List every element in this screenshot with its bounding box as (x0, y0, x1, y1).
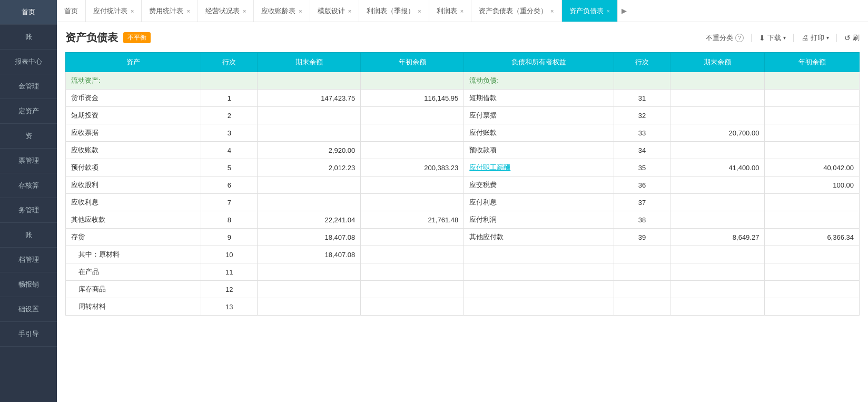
tab-balance[interactable]: 资产负债表 × (562, 0, 618, 22)
tab-balance-reclassified-close[interactable]: × (550, 8, 554, 14)
sidebar-item-report-center[interactable]: 报表中心 (0, 50, 57, 74)
right-end-8: 8,649.27 (670, 229, 765, 246)
tab-scroll-right[interactable]: ▶ (618, 0, 630, 22)
left-row-4: 5 (201, 159, 258, 177)
refresh-action[interactable]: ↺ 刷 (844, 33, 860, 43)
left-item-7: 其他应收款 (66, 211, 201, 229)
left-row-10: 11 (201, 263, 258, 281)
print-action[interactable]: 🖨 打印 ▾ (801, 33, 829, 43)
tab-payable-stat[interactable]: 应付统计表 × (86, 0, 142, 22)
classify-label: 不重分类 (706, 33, 733, 43)
unbalanced-badge: 不平衡 (123, 32, 151, 43)
right-begin-5: 100.00 (765, 177, 860, 194)
table-row[interactable]: 周转材料 13 (66, 298, 860, 316)
right-item-5: 应交税费 (464, 177, 614, 194)
right-begin-11 (765, 281, 860, 298)
section-current-assets: 流动资产: 流动负债: (66, 72, 860, 90)
table-row[interactable]: 库存商品 12 (66, 281, 860, 298)
right-row-0: 31 (614, 90, 670, 107)
tab-business-status[interactable]: 经营状况表 × (198, 0, 254, 22)
tab-profit-quarterly[interactable]: 利润表（季报） × (359, 0, 429, 22)
section-right-row (614, 72, 670, 90)
right-begin-6 (765, 194, 860, 211)
help-icon: ? (735, 34, 744, 42)
table-row[interactable]: 应收票据 3 应付账款 33 20,700.00 (66, 124, 860, 142)
sidebar-item-tax[interactable]: 务管理 (0, 198, 57, 223)
tab-business-status-close[interactable]: × (243, 8, 246, 14)
left-begin-11 (361, 281, 464, 298)
sidebar-item-archive[interactable]: 档管理 (0, 248, 57, 272)
left-item-9: 其中：原材料 (66, 246, 201, 263)
tab-template-design-close[interactable]: × (348, 8, 351, 14)
left-begin-0: 116,145.95 (361, 90, 464, 107)
section-left-begin (361, 72, 464, 90)
tab-profit-close[interactable]: × (460, 8, 463, 14)
table-row[interactable]: 应收账款 4 2,920.00 预收款项 34 (66, 142, 860, 159)
left-end-11 (258, 281, 361, 298)
table-row[interactable]: 存货 9 18,407.08 其他应付款 39 8,649.27 6,366.3… (66, 229, 860, 246)
left-begin-8 (361, 229, 464, 246)
tab-receivable-age[interactable]: 应收账龄表 × (254, 0, 310, 22)
right-row-12 (614, 298, 670, 316)
right-begin-1 (765, 107, 860, 124)
classify-action[interactable]: 不重分类 ? (706, 33, 744, 43)
table-row[interactable]: 其他应收款 8 22,241.04 21,761.48 应付利润 38 (66, 211, 860, 229)
tab-balance-reclassified[interactable]: 资产负债表（重分类） × (471, 0, 561, 22)
col-header-end-left: 期末余额 (258, 53, 361, 72)
download-icon: ⬇ (759, 34, 765, 42)
section-left-row (201, 72, 258, 90)
table-row[interactable]: 预付款项 5 2,012.23 200,383.23 应付职工薪酬 35 41,… (66, 159, 860, 177)
table-row[interactable]: 应收股利 6 应交税费 36 100.00 (66, 177, 860, 194)
tab-template-design[interactable]: 模版设计 × (310, 0, 359, 22)
tab-balance-close[interactable]: × (607, 8, 610, 14)
tab-payable-stat-close[interactable]: × (131, 8, 134, 14)
left-row-6: 7 (201, 194, 258, 211)
table-row[interactable]: 在产品 11 (66, 263, 860, 281)
table-row[interactable]: 货币资金 1 147,423.75 116,145.95 短期借款 31 (66, 90, 860, 107)
download-chevron-icon: ▾ (783, 35, 786, 41)
right-row-3: 34 (614, 142, 670, 159)
section-right-begin (765, 72, 860, 90)
sidebar-item-settings[interactable]: 础设置 (0, 297, 57, 322)
left-item-1: 短期投资 (66, 107, 201, 124)
report-table: 资产 行次 期末余额 年初余额 负债和所有者权益 行次 期末余额 年初余额 流动… (65, 52, 860, 316)
right-row-10 (614, 263, 670, 281)
tab-home[interactable]: 首页 (57, 0, 86, 22)
tab-profit-quarterly-close[interactable]: × (418, 8, 421, 14)
print-label: 打印 (811, 33, 824, 43)
tab-expense-stat[interactable]: 费用统计表 × (142, 0, 198, 22)
sidebar-item-fund[interactable]: 金管理 (0, 74, 57, 99)
sidebar-item-inventory[interactable]: 存核算 (0, 173, 57, 198)
right-row-6: 37 (614, 194, 670, 211)
left-end-9: 18,407.08 (258, 246, 361, 263)
sidebar-item-account[interactable]: 账 (0, 25, 57, 50)
left-end-3: 2,920.00 (258, 142, 361, 159)
right-end-6 (670, 194, 765, 211)
right-end-0 (670, 90, 765, 107)
sidebar-item-investment[interactable]: 资 (0, 124, 57, 149)
left-end-2 (258, 124, 361, 142)
sidebar-item-ticket[interactable]: 票管理 (0, 149, 57, 173)
sidebar-item-guide[interactable]: 手引导 (0, 322, 57, 347)
left-item-11: 库存商品 (66, 281, 201, 298)
sidebar-item-home[interactable]: 首页 (0, 0, 57, 25)
right-row-1: 32 (614, 107, 670, 124)
download-action[interactable]: ⬇ 下载 ▾ (759, 33, 786, 43)
content-area: 资产负债表 不平衡 不重分类 ? ⬇ 下载 ▾ 🖨 打印 ▾ (57, 22, 868, 402)
tab-profit[interactable]: 利润表 × (429, 0, 471, 22)
header-actions: 不重分类 ? ⬇ 下载 ▾ 🖨 打印 ▾ ↺ 刷 (706, 33, 860, 43)
left-item-3: 应收账款 (66, 142, 201, 159)
left-end-4: 2,012.23 (258, 159, 361, 177)
table-row[interactable]: 短期投资 2 应付票据 32 (66, 107, 860, 124)
right-item-2: 应付账款 (464, 124, 614, 142)
table-row[interactable]: 应收利息 7 应付利息 37 (66, 194, 860, 211)
tab-expense-stat-close[interactable]: × (186, 8, 190, 14)
sidebar-item-expense[interactable]: 畅报销 (0, 272, 57, 297)
table-row[interactable]: 其中：原材料 10 18,407.08 (66, 246, 860, 263)
sidebar-item-fixed-assets[interactable]: 定资产 (0, 99, 57, 124)
tab-receivable-age-close[interactable]: × (299, 8, 302, 14)
sidebar-item-ledger[interactable]: 账 (0, 223, 57, 248)
left-begin-4: 200,383.23 (361, 159, 464, 177)
page-title: 资产负债表 (65, 31, 118, 45)
left-item-5: 应收股利 (66, 177, 201, 194)
